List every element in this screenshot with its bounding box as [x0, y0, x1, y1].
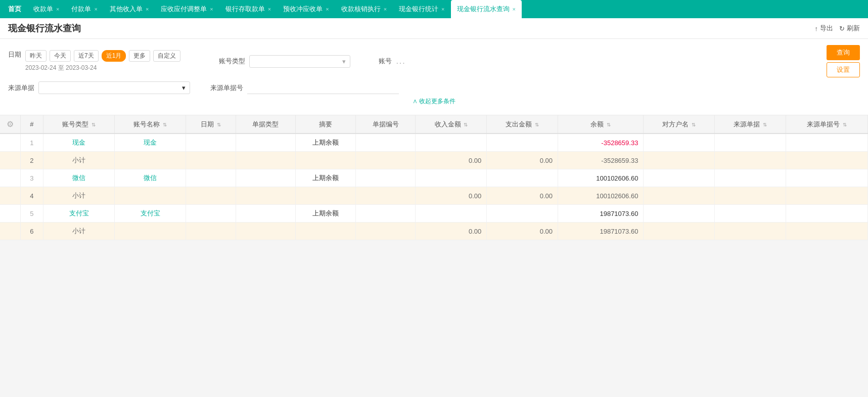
sort-icon[interactable]: ⇅: [92, 122, 96, 127]
date-btn-7days[interactable]: 近7天: [74, 50, 99, 62]
cell-source-doc: [715, 205, 786, 223]
cell-doc-no: [355, 134, 416, 152]
table-row: 6 小计 0.00 0.00 19871073.60: [0, 223, 868, 240]
export-icon: ↑: [815, 25, 818, 32]
sort-icon[interactable]: ⇅: [843, 122, 847, 127]
top-nav: 首页 收款单 × 付款单 × 其他收入单 × 应收应付调整单 × 银行存取款单 …: [0, 0, 868, 18]
cell-summary: [296, 223, 356, 240]
date-btn-yesterday[interactable]: 昨天: [25, 50, 47, 62]
nav-tab-8[interactable]: 现金银行流水查询 ×: [451, 0, 522, 18]
cell-doc-no: [355, 169, 416, 187]
cell-expense: 0.00: [487, 187, 558, 205]
sort-icon[interactable]: ⇅: [464, 122, 468, 127]
chevron-down-icon: ▾: [182, 84, 186, 92]
th-balance: 余额 ⇅: [558, 115, 644, 134]
cell-expense: 0.00: [487, 223, 558, 240]
account-type-select[interactable]: ▾: [249, 55, 350, 68]
export-button[interactable]: ↑ 导出: [815, 24, 834, 33]
cell-gear: [0, 134, 20, 152]
nav-tab-6[interactable]: 收款核销执行 ×: [335, 0, 393, 18]
nav-tab-3[interactable]: 应收应付调整单 ×: [155, 0, 219, 18]
date-btn-more[interactable]: 更多: [129, 50, 150, 62]
source-doc-select[interactable]: ▾: [38, 81, 190, 94]
cell-doc-type: [236, 152, 296, 169]
sort-icon[interactable]: ⇅: [535, 122, 539, 127]
sort-icon[interactable]: ⇅: [607, 122, 611, 127]
refresh-button[interactable]: ↻ 刷新: [839, 24, 860, 33]
account-filter: 账号 ...: [379, 57, 405, 66]
page-header: 现金银行流水查询 ↑ 导出 ↻ 刷新: [0, 18, 868, 39]
close-icon[interactable]: ×: [441, 0, 444, 18]
cell-doc-no: [355, 187, 416, 205]
cell-source-doc: [715, 169, 786, 187]
source-doc-label: 来源单据: [8, 83, 34, 93]
cell-balance: -3528659.33: [558, 134, 644, 152]
cell-num: 2: [20, 152, 43, 169]
nav-tab-0[interactable]: 收款单 ×: [27, 0, 65, 18]
cell-income: 0.00: [416, 223, 487, 240]
cell-summary: [296, 187, 356, 205]
date-shortcuts: 昨天 今天 近7天 近1月 更多 自定义: [25, 50, 180, 62]
cell-income: [416, 134, 487, 152]
cell-expense: [487, 205, 558, 223]
table-row: 4 小计 0.00 0.00 100102606.60: [0, 187, 868, 205]
date-btn-1month[interactable]: 近1月: [102, 50, 126, 62]
collapse-bar[interactable]: ∧ 收起更多条件: [8, 94, 860, 109]
cell-account-name: 现金: [115, 134, 186, 152]
settings-button[interactable]: 设置: [827, 62, 860, 77]
cell-counter-party: [644, 134, 715, 152]
cell-account-type: 微信: [43, 169, 115, 187]
close-icon[interactable]: ×: [384, 0, 387, 18]
query-button[interactable]: 查询: [827, 45, 860, 60]
filter-area: 日期 昨天 今天 近7天 近1月 更多 自定义 2023-02-24 至 202…: [0, 39, 868, 115]
more-options-icon[interactable]: ...: [396, 57, 405, 66]
nav-home[interactable]: 首页: [2, 0, 27, 18]
cell-account-name: 支付宝: [115, 205, 186, 223]
cell-doc-type: [236, 169, 296, 187]
cell-doc-type: [236, 134, 296, 152]
gear-icon[interactable]: ⚙: [7, 120, 14, 128]
cell-source-doc: [715, 187, 786, 205]
date-btn-custom[interactable]: 自定义: [153, 50, 180, 62]
sort-icon[interactable]: ⇅: [217, 122, 221, 127]
table-container: ⚙ # 账号类型 ⇅ 账号名称 ⇅ 日期 ⇅ 单据类型 摘要 单据编号: [0, 115, 868, 240]
cell-account-type: 小计: [43, 152, 115, 169]
th-account-type: 账号类型 ⇅: [43, 115, 115, 134]
sort-icon[interactable]: ⇅: [163, 122, 167, 127]
cell-date: [186, 205, 236, 223]
cell-source-doc-no: [786, 152, 867, 169]
nav-tab-1[interactable]: 付款单 ×: [65, 0, 103, 18]
close-icon[interactable]: ×: [326, 0, 329, 18]
th-income: 收入金额 ⇅: [416, 115, 487, 134]
nav-tab-2[interactable]: 其他收入单 ×: [104, 0, 155, 18]
close-icon[interactable]: ×: [268, 0, 271, 18]
cell-balance: 19871073.60: [558, 223, 644, 240]
nav-tab-7[interactable]: 现金银行统计 ×: [393, 0, 450, 18]
date-btn-today[interactable]: 今天: [50, 50, 71, 62]
close-icon[interactable]: ×: [146, 0, 149, 18]
close-icon[interactable]: ×: [513, 0, 516, 18]
table-row: 2 小计 0.00 0.00 -3528659.33: [0, 152, 868, 169]
cell-gear: [0, 152, 20, 169]
cell-income: 0.00: [416, 187, 487, 205]
cell-summary: 上期余额: [296, 169, 356, 187]
sort-icon[interactable]: ⇅: [692, 122, 696, 127]
sort-icon[interactable]: ⇅: [763, 122, 767, 127]
cell-date: [186, 187, 236, 205]
table-header-row: ⚙ # 账号类型 ⇅ 账号名称 ⇅ 日期 ⇅ 单据类型 摘要 单据编号: [0, 115, 868, 134]
nav-tab-4[interactable]: 银行存取款单 ×: [219, 0, 277, 18]
close-icon[interactable]: ×: [94, 0, 97, 18]
cell-doc-no: [355, 152, 416, 169]
table-body: 1 现金 现金 上期余额 -3528659.33 2 小计 0.00 0.00 …: [0, 134, 868, 240]
cell-account-name: 微信: [115, 169, 186, 187]
cell-date: [186, 134, 236, 152]
close-icon[interactable]: ×: [210, 0, 213, 18]
th-source-doc: 来源单据 ⇅: [715, 115, 786, 134]
cell-doc-type: [236, 187, 296, 205]
source-doc-no-input[interactable]: [247, 82, 399, 94]
nav-tab-5[interactable]: 预收冲应收单 ×: [277, 0, 335, 18]
close-icon[interactable]: ×: [56, 0, 59, 18]
action-buttons: 查询 设置: [827, 45, 860, 77]
cell-source-doc-no: [786, 169, 867, 187]
cell-num: 5: [20, 205, 43, 223]
